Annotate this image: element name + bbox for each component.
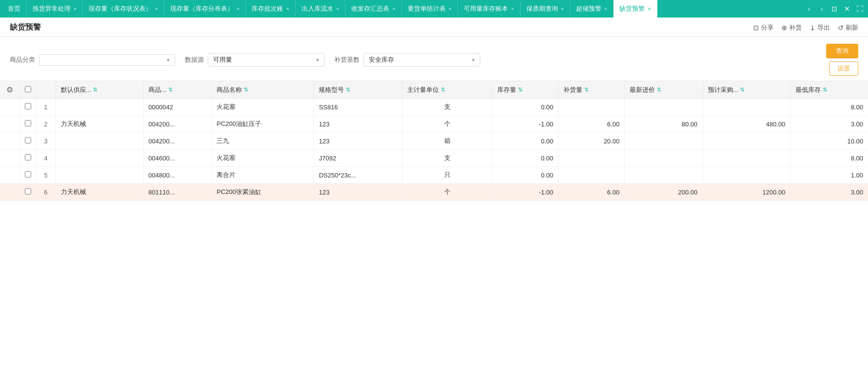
row-number: 6	[36, 184, 55, 201]
cell-default_supplier: 力天机械	[55, 116, 144, 133]
col-latest-price: 最新进价 ⇅	[625, 81, 703, 99]
col-product-code: 商品... ⇅	[144, 81, 212, 99]
col-estimated-purchase: 预计采购... ⇅	[703, 81, 791, 99]
select-all-checkbox[interactable]	[25, 86, 31, 92]
category-filter-group: 商品分类 ▾	[10, 54, 175, 66]
tab-order-stats[interactable]: 要货单统计表 ×	[402, 0, 458, 18]
tab-close-inventory-status[interactable]: ×	[155, 6, 158, 12]
tab-close-abnormal[interactable]: ×	[73, 6, 76, 12]
col-product-name: 商品名称 ⇅	[212, 81, 314, 99]
tab-inout-flow[interactable]: 出入库流水 ×	[296, 0, 345, 18]
cell-replenish_qty: 6.00	[559, 116, 625, 133]
replenish-qty-sort-icon: ⇅	[584, 87, 589, 93]
cell-product_code: 004800...	[144, 167, 212, 184]
filter-bar: 商品分类 ▾ 数据源 可用量 ▾ 补货基数 安全库存 ▾ 查询 设置	[0, 37, 868, 81]
cell-spec: SS816	[314, 99, 402, 116]
column-settings-icon[interactable]: ⚙	[6, 86, 13, 94]
cell-min_stock: 1.00	[791, 167, 868, 184]
replenish-button[interactable]: ⊕ 补货	[781, 23, 802, 32]
replenish-base-filter-group: 补货基数 安全库存 ▾	[334, 53, 480, 67]
row-number: 4	[36, 150, 55, 167]
cell-latest_price	[625, 99, 703, 116]
datasource-value: 可用量	[213, 55, 232, 64]
tab-close-inout-flow[interactable]: ×	[336, 6, 339, 12]
tab-receipt-summary[interactable]: 收发存汇总表 ×	[345, 0, 401, 18]
tab-nav-expand[interactable]: ⛶	[853, 0, 866, 18]
row-checkbox-cell	[19, 133, 36, 150]
replenish-base-label: 补货基数	[334, 55, 360, 64]
tab-close-available-ledger[interactable]: ×	[511, 6, 514, 12]
tab-expiry-query[interactable]: 保质期查询 ×	[521, 0, 570, 18]
tab-close-order-stats[interactable]: ×	[449, 6, 452, 12]
row-checkbox-cell	[19, 99, 36, 116]
col-replenish-qty: 补货量 ⇅	[559, 81, 625, 99]
tab-nav-restore[interactable]: ⊡	[828, 0, 841, 18]
cell-min_stock: 10.00	[791, 133, 868, 150]
cell-product_name: 火花塞	[212, 150, 314, 167]
cell-default_supplier	[55, 133, 144, 150]
tab-close-shortage[interactable]: ×	[648, 6, 651, 12]
tab-close-batch-account[interactable]: ×	[286, 6, 289, 12]
row-number: 5	[36, 167, 55, 184]
tab-shortage[interactable]: 缺货预警 ×	[614, 0, 657, 18]
tab-close-overstock[interactable]: ×	[604, 6, 607, 12]
row-settings-cell	[0, 167, 19, 184]
tab-available-ledger[interactable]: 可用量库存账本 ×	[458, 0, 520, 18]
tab-abnormal[interactable]: 拣货异常处理 ×	[27, 0, 83, 18]
category-select[interactable]: ▾	[39, 54, 175, 66]
tab-nav-prev[interactable]: ‹	[803, 0, 815, 18]
tab-close-inventory-dist[interactable]: ×	[236, 6, 239, 12]
tab-close-receipt-summary[interactable]: ×	[392, 6, 395, 12]
cell-replenish_qty: 6.00	[559, 184, 625, 201]
table-row: 6力天机械801110...PC200张紧油缸123个-1.006.00200.…	[0, 184, 868, 201]
tab-nav-close[interactable]: ✕	[841, 0, 853, 18]
row-number: 3	[36, 133, 55, 150]
cell-product_name: 火花塞	[212, 99, 314, 116]
col-checkbox-header	[19, 81, 36, 99]
tab-inventory-status[interactable]: 现存量（库存状况表） ×	[83, 0, 164, 18]
min-stock-sort-icon: ⇅	[823, 87, 827, 93]
cell-stock_qty: 0.00	[492, 99, 558, 116]
cell-replenish_qty	[559, 99, 625, 116]
row-checkbox[interactable]	[25, 120, 31, 126]
page-title: 缺货预警	[10, 22, 41, 33]
tab-close-expiry-query[interactable]: ×	[561, 6, 564, 12]
tab-nav-next[interactable]: ›	[815, 0, 828, 18]
cell-min_stock: 8.00	[791, 150, 868, 167]
cell-product_name: 三九	[212, 133, 314, 150]
replenish-base-value: 安全库存	[369, 55, 394, 64]
table-row: 4004600...火花塞J7092支0.008.00	[0, 150, 868, 167]
table-row: 10000042火花塞SS816支0.008.00	[0, 99, 868, 116]
tab-home[interactable]: 首页	[2, 0, 27, 18]
row-settings-cell	[0, 116, 19, 133]
row-checkbox-cell	[19, 116, 36, 133]
settings-button[interactable]: 设置	[829, 61, 858, 76]
replenish-icon: ⊕	[781, 24, 787, 32]
datasource-select[interactable]: 可用量 ▾	[208, 53, 325, 67]
tab-overstock[interactable]: 超储预警 ×	[570, 0, 614, 18]
row-checkbox[interactable]	[25, 137, 31, 143]
row-number: 2	[36, 116, 55, 133]
row-number: 1	[36, 99, 55, 116]
cell-default_supplier	[55, 150, 144, 167]
cell-stock_qty: 0.00	[492, 150, 558, 167]
latest-price-sort-icon: ⇅	[657, 87, 661, 93]
tab-bar: 首页拣货异常处理 ×现存量（库存状况表） ×现存量（库存分布表） ×库存批次账 …	[0, 0, 868, 18]
row-checkbox[interactable]	[25, 188, 31, 194]
query-button[interactable]: 查询	[826, 44, 858, 58]
cell-spec: DS250*23c...	[314, 167, 402, 184]
cell-product_name: 离合片	[212, 167, 314, 184]
tab-batch-account[interactable]: 库存批次账 ×	[246, 0, 295, 18]
row-checkbox[interactable]	[25, 154, 31, 160]
row-checkbox[interactable]	[25, 171, 31, 177]
col-rownum	[36, 81, 55, 99]
cell-latest_price: 200.00	[625, 184, 703, 201]
row-checkbox[interactable]	[25, 103, 31, 109]
replenish-base-select[interactable]: 安全库存 ▾	[363, 53, 480, 67]
tab-inventory-dist[interactable]: 现存量（库存分布表） ×	[164, 0, 246, 18]
stock-sort-icon: ⇅	[518, 87, 523, 93]
cell-latest_price	[625, 150, 703, 167]
export-button[interactable]: ⤓ 导出	[810, 23, 830, 32]
refresh-button[interactable]: ↺ 刷新	[838, 23, 858, 32]
share-button[interactable]: ⊡ 分享	[753, 23, 774, 32]
